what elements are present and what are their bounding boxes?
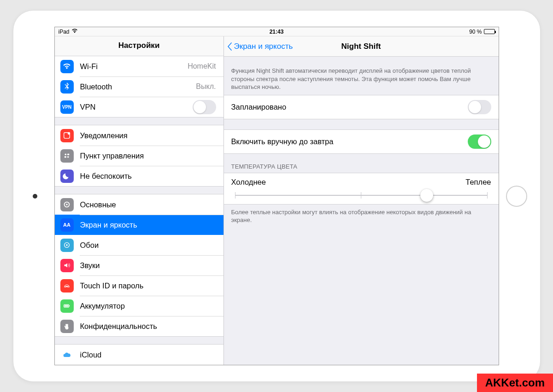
color-temp-slider[interactable] — [235, 195, 488, 196]
sidebar-item-notifications[interactable]: Уведомления — [55, 125, 224, 146]
clock: 21:43 — [270, 29, 284, 35]
row-label: Не беспокоить — [80, 172, 216, 181]
sidebar-item-vpn[interactable]: VPN VPN — [55, 97, 224, 117]
svg-rect-4 — [65, 156, 67, 158]
detail-title: Night Shift — [341, 42, 381, 51]
screen: iPad 21:43 90 % Настройки Wi-Fi HomeKit — [54, 27, 499, 365]
battery-percentage: 90 % — [469, 29, 482, 35]
notifications-icon — [60, 129, 74, 142]
fingerprint-icon — [60, 279, 74, 293]
intro-text: Функция Night Shift автоматически перево… — [224, 57, 499, 95]
sidebar-item-battery[interactable]: Аккумулятор — [55, 296, 224, 316]
home-button[interactable] — [506, 186, 527, 207]
warm-label: Теплее — [465, 178, 491, 187]
sidebar-item-general[interactable]: Основные — [55, 194, 224, 215]
sidebar-item-wallpaper[interactable]: Обои — [55, 235, 224, 255]
back-label: Экран и яркость — [234, 42, 293, 51]
row-label: Экран и яркость — [80, 221, 216, 229]
sidebar-item-display[interactable]: AA Экран и яркость — [55, 215, 224, 235]
manual-label: Включить вручную до завтра — [231, 137, 334, 146]
row-label: Пункт управления — [80, 152, 216, 160]
battery-icon — [484, 29, 495, 34]
row-label: Bluetooth — [80, 82, 196, 91]
svg-point-1 — [68, 132, 70, 135]
detail-pane: Экран и яркость Night Shift Функция Nigh… — [224, 36, 499, 365]
sidebar-item-dnd[interactable]: Не беспокоить — [55, 166, 224, 186]
sidebar-item-wifi[interactable]: Wi-Fi HomeKit — [55, 56, 224, 76]
manual-enable-cell[interactable]: Включить вручную до завтра — [224, 130, 499, 153]
ipad-frame: iPad 21:43 90 % Настройки Wi-Fi HomeKit — [13, 10, 541, 382]
sidebar-item-bluetooth[interactable]: Bluetooth Выкл. — [55, 76, 224, 97]
slider-knob[interactable] — [420, 189, 433, 202]
scheduled-toggle[interactable] — [468, 100, 491, 114]
cold-label: Холоднее — [231, 178, 266, 187]
color-temp-slider-cell: Холоднее Теплее — [224, 173, 499, 204]
battery-settings-icon — [60, 299, 74, 313]
vpn-toggle[interactable] — [193, 100, 216, 114]
row-label: Звуки — [80, 261, 216, 270]
color-temp-header: ТЕМПЕРАТУРА ЦВЕТА — [224, 154, 499, 173]
sidebar-item-touchid[interactable]: Touch ID и пароль — [55, 275, 224, 296]
svg-point-9 — [66, 244, 68, 246]
row-label: iCloud — [80, 351, 216, 359]
back-button[interactable]: Экран и яркость — [224, 42, 293, 51]
svg-rect-3 — [67, 154, 70, 156]
row-label: Конфиденциальность — [80, 322, 216, 331]
gear-icon — [60, 198, 74, 211]
warm-footer-text: Более теплые настройки могут влиять на о… — [224, 205, 499, 228]
scheduled-cell[interactable]: Запланировано — [224, 95, 499, 119]
settings-sidebar: Настройки Wi-Fi HomeKit Bluetooth Выкл. … — [55, 36, 224, 365]
moon-icon — [60, 170, 74, 183]
detail-header: Экран и яркость Night Shift — [224, 36, 499, 57]
svg-point-7 — [66, 204, 68, 205]
row-label: Touch ID и пароль — [80, 281, 216, 290]
speaker-icon — [60, 259, 74, 272]
row-detail: Выкл. — [196, 82, 216, 91]
row-label: VPN — [80, 103, 193, 111]
camera — [33, 194, 37, 199]
device-label: iPad — [59, 29, 70, 35]
sidebar-item-privacy[interactable]: Конфиденциальность — [55, 316, 224, 336]
manual-toggle[interactable] — [468, 135, 491, 149]
row-detail: HomeKit — [188, 62, 216, 70]
svg-point-5 — [67, 156, 69, 158]
row-label: Уведомления — [80, 131, 216, 140]
sidebar-item-sounds[interactable]: Звуки — [55, 255, 224, 275]
row-label: Wi-Fi — [80, 62, 188, 71]
svg-rect-12 — [65, 305, 68, 307]
row-label: Аккумулятор — [80, 302, 216, 310]
svg-rect-11 — [69, 305, 70, 306]
sidebar-item-control-center[interactable]: Пункт управления — [55, 146, 224, 166]
row-label: Обои — [80, 241, 216, 250]
control-center-icon — [60, 149, 74, 163]
cloud-icon — [60, 348, 74, 362]
wallpaper-icon — [60, 239, 74, 252]
watermark: AKKet.com — [477, 374, 553, 392]
sidebar-title: Настройки — [55, 36, 224, 56]
status-bar: iPad 21:43 90 % — [55, 27, 499, 36]
vpn-icon: VPN — [60, 100, 74, 114]
wifi-icon — [60, 60, 74, 73]
hand-icon — [60, 320, 74, 333]
display-icon: AA — [60, 218, 74, 232]
wifi-status-icon — [71, 28, 78, 35]
sidebar-item-icloud[interactable]: iCloud — [55, 345, 224, 365]
bluetooth-icon — [60, 80, 74, 94]
scheduled-label: Запланировано — [231, 103, 287, 111]
svg-point-2 — [65, 154, 67, 156]
row-label: Основные — [80, 200, 216, 209]
